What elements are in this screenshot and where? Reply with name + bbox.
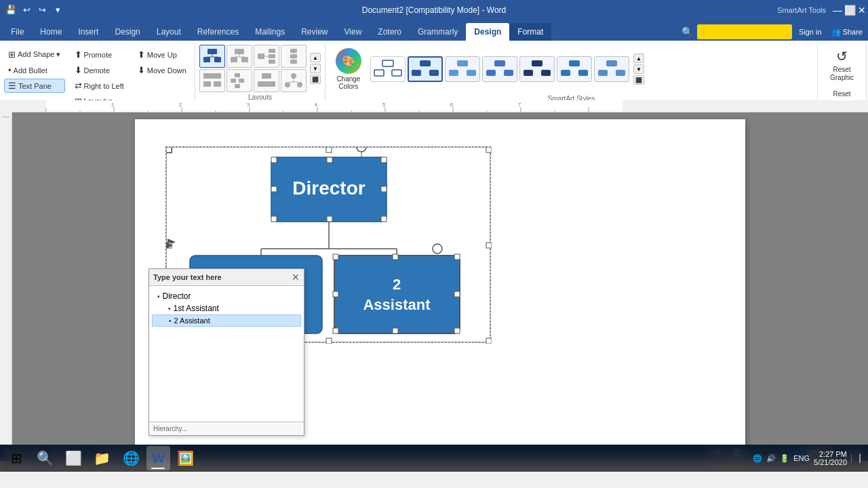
svg-rect-42 [494,60,505,66]
tab-smartart-design[interactable]: Design [466,23,509,41]
tab-layout[interactable]: Layout [149,23,189,41]
list-item[interactable]: • [152,314,301,327]
svg-point-30 [297,82,302,87]
svg-rect-112 [381,216,387,222]
qat-dropdown-button[interactable]: ▾ [51,3,64,16]
smartart-styles-row [370,56,629,82]
restore-button[interactable]: ⬜ [844,4,856,16]
signin-button[interactable]: Sign in [796,28,825,36]
sa-style-4[interactable] [482,56,517,82]
layout-thumb-4[interactable] [281,45,307,68]
layouts-group: ▲ ▼ ⬛ Layouts [197,43,326,100]
svg-rect-0 [208,49,217,54]
tab-mailings[interactable]: Mailings [247,23,293,41]
item-2-assistant-input[interactable] [174,317,269,325]
redo-button[interactable]: ↪ [35,3,49,16]
sa-style-7[interactable] [594,56,629,82]
layouts-scroll-down[interactable]: ▼ [310,64,321,73]
move-up-button[interactable]: ⬆ Move Up [134,47,191,62]
svg-rect-19 [203,73,221,79]
sa-style-2[interactable] [408,56,443,82]
close-button[interactable]: ✕ [856,4,868,16]
svg-rect-125 [454,291,460,297]
svg-rect-41 [467,70,476,76]
text-pane-close-button[interactable]: ✕ [292,272,300,283]
tab-file[interactable]: File [3,23,32,41]
text-pane-button[interactable]: ☰ Text Pane [4,79,65,93]
move-down-button[interactable]: ⬇ Move Down [134,63,191,77]
save-button[interactable]: 💾 [4,3,18,16]
sa-style-5[interactable] [519,56,555,82]
svg-point-28 [291,73,296,79]
volume-icon: 🔊 [766,454,776,463]
layout-thumb-6[interactable] [226,69,252,92]
app4-taskbar[interactable]: 🖼️ [172,446,199,470]
file-explorer-taskbar[interactable]: 📁 [88,446,116,470]
tab-smartart-format[interactable]: Format [509,23,551,41]
list-item[interactable]: • 1st Assistant [152,302,301,314]
svg-rect-55 [46,100,623,112]
search-button[interactable]: 🔍 [682,26,693,37]
styles-scroll-down[interactable]: ▼ [633,64,644,74]
svg-rect-5 [235,49,244,54]
tab-insert[interactable]: Insert [70,23,106,41]
layout-thumb-3[interactable] [254,45,279,68]
sa-style-6[interactable] [557,56,592,82]
task-view-button[interactable]: ⬜ [60,446,87,470]
demote-button[interactable]: ⬇ Demote [71,63,128,77]
document-area[interactable]: Director 1st Assistant [12,113,868,445]
sa-style-3[interactable] [445,56,480,82]
tab-grammarly[interactable]: Grammarly [410,23,466,41]
reset-button[interactable]: Reset [827,88,856,100]
bullet-icon: • [168,305,171,312]
promote-icon: ⬆ [75,49,82,60]
reset-graphic-button[interactable]: ↺ ResetGraphic [824,45,860,85]
layout-thumb-7[interactable] [254,69,279,92]
svg-text:4: 4 [315,102,318,108]
styles-scroll-up[interactable]: ▲ [633,54,644,63]
layouts-scroll-up[interactable]: ▲ [310,53,321,62]
layouts-scroll-more[interactable]: ⬛ [310,75,321,84]
svg-rect-15 [290,49,297,53]
promote-button[interactable]: ⬆ Promote [71,47,128,62]
chrome-taskbar[interactable]: 🌐 [117,446,145,470]
sa-style-svg-7 [597,59,627,79]
svg-rect-25 [235,84,240,88]
ribbon-content: ⊞ Add Shape ▾ • Add Bullet ☰ Text Pane ⬆… [0,41,868,100]
layout-thumb-1[interactable] [199,45,225,68]
minimize-button[interactable]: — [831,4,844,16]
svg-rect-40 [449,70,458,76]
add-shape-button[interactable]: ⊞ Add Shape ▾ [4,47,65,62]
tab-home[interactable]: Home [32,23,70,41]
layout-svg-7 [256,72,277,89]
svg-text:1: 1 [111,102,115,108]
layout-thumb-8[interactable] [281,69,307,92]
layout-thumb-5[interactable] [199,69,225,92]
tab-view[interactable]: View [336,23,370,41]
add-bullet-button[interactable]: • Add Bullet [4,63,65,77]
share-button[interactable]: 👥 Share [829,28,865,37]
start-button[interactable]: ⊞ [3,446,30,470]
svg-rect-122 [393,254,398,260]
tab-references[interactable]: References [189,23,247,41]
text-pane-content[interactable]: • Director • 1st Assistant • [149,286,304,422]
svg-rect-53 [616,70,625,76]
layout-thumb-2[interactable] [226,45,252,68]
tab-design[interactable]: Design [106,23,148,41]
styles-scroll-more[interactable]: ⬛ [633,75,644,85]
svg-rect-6 [231,57,237,62]
word-taskbar[interactable]: W [146,446,170,470]
colors-icon: 🎨 [336,48,361,74]
search-taskbar-button[interactable]: 🔍 [31,446,58,470]
tab-zotero[interactable]: Zotero [370,23,410,41]
svg-rect-24 [235,73,240,77]
list-item[interactable]: • Director [152,290,301,302]
undo-button[interactable]: ↩ [20,3,33,16]
change-colors-button[interactable]: 🎨 Change Colors [330,45,368,94]
search-input[interactable] [697,24,792,39]
show-desktop-button[interactable]: ▕ [851,454,860,463]
tab-review[interactable]: Review [293,23,336,41]
svg-rect-92 [486,147,492,152]
right-to-left-button[interactable]: ⇄ Right to Left [71,79,128,93]
sa-style-1[interactable] [370,56,406,82]
